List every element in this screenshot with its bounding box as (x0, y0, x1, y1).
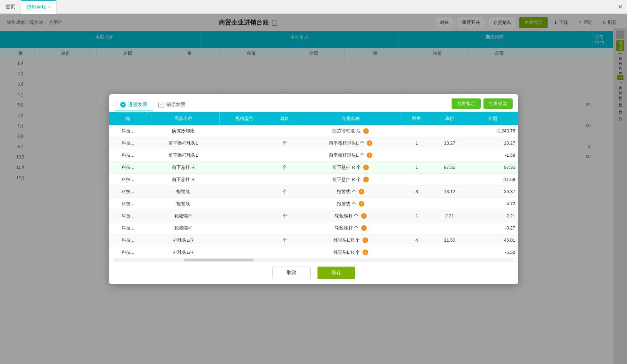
tab-sales-invoice[interactable]: ≡ 销项发票 (153, 99, 191, 111)
warning-icon: ! (367, 140, 372, 146)
cell-unit-price: 13.27 (432, 137, 467, 149)
cell-spec (220, 137, 269, 149)
cell-product: 前平衡杆球头L (147, 149, 220, 161)
cell-amount: -0.27 (467, 222, 518, 234)
modal-header: ✦ 进项发票 ≡ 销项发票 批量指定 批量创建 × (109, 94, 518, 112)
cell-spec (220, 198, 269, 210)
table-row: 科技... 前平衡杆球头L 前平衡杆球头L 个 ! -1.59 (109, 149, 518, 161)
tab-bar: 首页 进销台账 × ✕ (0, 0, 627, 14)
cell-quantity: 1 (401, 210, 432, 222)
sales-tab-icon: ≡ (158, 102, 164, 107)
cell-inventory: 外球头L/R 个 ! (300, 246, 401, 258)
cell-company: 科技... (109, 246, 147, 258)
cell-amount: -11.68 (467, 173, 518, 185)
cell-unit: 个 (269, 210, 300, 222)
cell-inventory: 前下悬挂 R 个 ! (300, 161, 401, 173)
save-button[interactable]: 保存 (317, 267, 355, 279)
tab-home[interactable]: 首页 (0, 0, 21, 14)
cell-unit-price: 2.21 (432, 210, 467, 222)
cell-unit-price (432, 173, 467, 185)
cell-spec (220, 210, 269, 222)
cell-inventory: 外球头L/R 个 ! (300, 234, 401, 246)
table-row: 科技... 报警线 报警线 个 ! -4.72 (109, 198, 518, 210)
modal-scrollbar[interactable] (115, 259, 513, 261)
th-unit-price: 单价 (432, 112, 467, 125)
cell-unit-price (432, 198, 467, 210)
th-unit: 单位 (269, 112, 300, 125)
cell-amount: 39.37 (467, 185, 518, 198)
tab-close-icon[interactable]: × (48, 5, 51, 10)
cell-quantity (401, 173, 432, 185)
th-product-name: 商品名称 (147, 112, 220, 125)
cell-quantity (401, 246, 432, 258)
cell-quantity (401, 222, 432, 234)
cell-unit (269, 173, 300, 185)
cell-product: 外球头L/R (147, 246, 220, 258)
th-spec: 规格型号 (220, 112, 269, 125)
table-row: 科技... 轮毂螺杆 轮毂螺杆 个 ! -0.27 (109, 222, 518, 234)
cell-company: 科技... (109, 149, 147, 161)
table-row: 科技... 前平衡杆球头L 个 前平衡杆球头L 个 ! 1 13.27 13.2… (109, 137, 518, 149)
cell-unit-price (432, 222, 467, 234)
cell-quantity: 1 (401, 161, 432, 173)
cell-spec (220, 149, 269, 161)
table-row: 科技... 前下悬挂 R 个 前下悬挂 R 个 ! 1 97.35 97.35 (109, 161, 518, 173)
cell-unit (269, 222, 300, 234)
th-amount: 金额 (467, 112, 518, 125)
cell-company: 科技... (109, 137, 147, 149)
tab-active[interactable]: 进销台账 × (21, 0, 56, 14)
modal-scrollbar-thumb[interactable] (184, 259, 253, 261)
cell-product: 前下悬挂 R (147, 173, 220, 185)
cell-spec (220, 125, 269, 137)
cell-company: 科技... (109, 185, 147, 198)
cancel-button[interactable]: 取消 (272, 267, 311, 279)
cell-unit (269, 149, 300, 161)
batch-assign-button[interactable]: 批量指定 (452, 98, 481, 109)
cell-company: 科技... (109, 210, 147, 222)
cell-amount: -1.59 (467, 149, 518, 161)
modal-table-container[interactable]: 你 商品名称 规格型号 单位 存货名称 数量 单价 金额 科技... 防冻冷却液 (109, 112, 518, 259)
cell-amount: 13.27 (467, 137, 518, 149)
sales-tab-label: 销项发票 (166, 102, 185, 108)
th-quantity: 数量 (401, 112, 432, 125)
batch-create-button[interactable]: 批量创建 (484, 98, 513, 109)
modal-close-button[interactable]: × (510, 98, 514, 105)
cell-product: 报警线 (147, 198, 220, 210)
cell-quantity (401, 125, 432, 137)
cell-spec (220, 161, 269, 173)
cell-unit (269, 198, 300, 210)
table-header-row: 你 商品名称 规格型号 单位 存货名称 数量 单价 金额 (109, 112, 518, 125)
cell-product: 报警线 (147, 185, 220, 198)
cell-unit: 个 (269, 185, 300, 198)
modal-table-body: 科技... 防冻冷却液 防冻冷却液 瓶 ! -1,243.76 科技... 前平… (109, 125, 518, 259)
cell-unit-price (432, 149, 467, 161)
cell-company: 科技... (109, 173, 147, 185)
window-close-button[interactable]: ✕ (613, 0, 627, 14)
warning-icon: ! (363, 165, 369, 170)
tab-active-label: 进销台账 (27, 4, 46, 10)
cell-unit-price: 11.50 (432, 234, 467, 246)
th-inventory: 存货名称 (300, 112, 401, 125)
cell-company: 科技... (109, 161, 147, 173)
cell-company: 科技... (109, 222, 147, 234)
cell-spec (220, 246, 269, 258)
cell-product: 轮毂螺杆 (147, 222, 220, 234)
cell-amount: 46.01 (467, 234, 518, 246)
warning-icon: ! (363, 250, 368, 255)
cell-unit-price (432, 125, 467, 137)
cell-quantity (401, 198, 432, 210)
warning-icon: ! (363, 177, 369, 182)
cell-spec (220, 234, 269, 246)
cell-inventory: 报警线 个 ! (300, 198, 401, 210)
cell-company: 科技... (109, 198, 147, 210)
warning-icon: ! (359, 201, 364, 207)
modal-table: 你 商品名称 规格型号 单位 存货名称 数量 单价 金额 科技... 防冻冷却液 (109, 112, 518, 259)
cell-amount: -1,243.76 (467, 125, 518, 137)
tab-purchase-invoice[interactable]: ✦ 进项发票 (115, 99, 153, 111)
cell-amount: -5.52 (467, 246, 518, 258)
cell-inventory: 轮毂螺杆 个 ! (300, 210, 401, 222)
cell-quantity: 4 (401, 234, 432, 246)
warning-icon: ! (363, 128, 369, 134)
cell-product: 外球头L/R (147, 234, 220, 246)
cell-amount: 97.35 (467, 161, 518, 173)
